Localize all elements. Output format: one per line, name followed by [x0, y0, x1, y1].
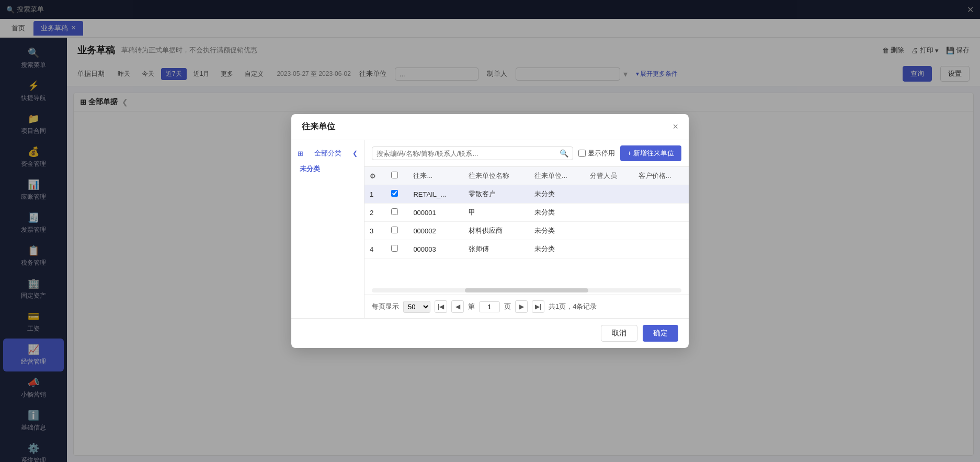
row-checkbox[interactable] — [386, 185, 408, 204]
row-code: 000003 — [408, 240, 463, 258]
table-row[interactable]: 3 000002 材料供应商 未分类 — [364, 222, 689, 240]
row-num: 4 — [364, 240, 386, 258]
row-price-tier — [633, 185, 689, 204]
row-num: 1 — [364, 185, 386, 204]
counterparty-table: ⚙ 往来... 往来单位名称 往来单位... 分管人员 客户价格... 1 — [364, 167, 689, 258]
modal-overlay: 往来单位 × ⊞ 全部分类 ❮ 未分类 — [0, 0, 980, 462]
page-input[interactable] — [479, 301, 500, 312]
confirm-btn[interactable]: 确定 — [643, 325, 678, 342]
row-name: 甲 — [463, 204, 529, 222]
table-panel: 🔍 显示停用 + 新增往来单位 ⚙ — [364, 140, 689, 318]
row-manager — [585, 185, 633, 204]
page-size-select[interactable]: 50 20 100 — [403, 301, 430, 313]
page-prev-btn[interactable]: ◀ — [451, 300, 464, 313]
row-category: 未分类 — [529, 204, 585, 222]
col-name: 往来单位名称 — [463, 167, 529, 185]
search-input-wrap: 🔍 — [372, 147, 573, 160]
row-manager — [585, 240, 633, 258]
dialog-counterparty: 往来单位 × ⊞ 全部分类 ❮ 未分类 — [291, 114, 689, 348]
col-code: 往来... — [408, 167, 463, 185]
total-text: 共1页，4条记录 — [549, 302, 597, 311]
row-num: 2 — [364, 204, 386, 222]
category-grid-icon: ⊞ — [298, 150, 303, 157]
row-category: 未分类 — [529, 222, 585, 240]
category-header[interactable]: ⊞ 全部分类 ❮ — [291, 145, 364, 161]
col-price-tier: 客户价格... — [633, 167, 689, 185]
row-code: RETAIL_... — [408, 185, 463, 204]
show-disabled-wrap: 显示停用 — [578, 149, 615, 158]
table-row[interactable]: 1 RETAIL_... 零散客户 未分类 — [364, 185, 689, 204]
row-category: 未分类 — [529, 185, 585, 204]
row-name: 材料供应商 — [463, 222, 529, 240]
horizontal-scrollbar[interactable] — [372, 288, 681, 292]
page-first-btn[interactable]: |◀ — [435, 300, 447, 313]
search-input[interactable] — [377, 150, 557, 157]
dialog-header: 往来单位 × — [291, 114, 689, 140]
row-category: 未分类 — [529, 240, 585, 258]
dialog-close-btn[interactable]: × — [673, 121, 678, 132]
row-price-tier — [633, 240, 689, 258]
row-manager — [585, 204, 633, 222]
row-code: 000001 — [408, 204, 463, 222]
row-checkbox[interactable] — [386, 240, 408, 258]
add-counterparty-btn[interactable]: + 新增往来单位 — [620, 145, 681, 161]
search-icon: 🔍 — [560, 149, 568, 157]
select-all-checkbox[interactable] — [391, 172, 398, 178]
scrollbar-thumb — [465, 288, 589, 292]
dialog-search-bar: 🔍 显示停用 + 新增往来单位 — [364, 140, 689, 167]
cancel-btn[interactable]: 取消 — [601, 325, 637, 342]
col-settings[interactable]: ⚙ — [364, 167, 386, 185]
row-code: 000002 — [408, 222, 463, 240]
col-category: 往来单位... — [529, 167, 585, 185]
table-row[interactable]: 4 000003 张师傅 未分类 — [364, 240, 689, 258]
row-name: 零散客户 — [463, 185, 529, 204]
row-price-tier — [633, 222, 689, 240]
table-row[interactable]: 2 000001 甲 未分类 — [364, 204, 689, 222]
row-price-tier — [633, 204, 689, 222]
row-checkbox[interactable] — [386, 222, 408, 240]
row-checkbox[interactable] — [386, 204, 408, 222]
show-disabled-checkbox[interactable] — [578, 150, 586, 157]
col-manager: 分管人员 — [585, 167, 633, 185]
dialog-footer: 取消 确定 — [291, 318, 689, 348]
dialog-body: ⊞ 全部分类 ❮ 未分类 🔍 显示停 — [291, 140, 689, 318]
dialog-title: 往来单位 — [302, 121, 335, 132]
row-num: 3 — [364, 222, 386, 240]
page-last-btn[interactable]: ▶| — [532, 300, 544, 313]
page-next-btn[interactable]: ▶ — [515, 300, 528, 313]
category-item-unclassified[interactable]: 未分类 — [291, 161, 364, 177]
pagination: 每页显示 50 20 100 |◀ ◀ 第 页 ▶ ▶| 共1页，4条记录 — [364, 295, 689, 318]
table-scroll-wrap: ⚙ 往来... 往来单位名称 往来单位... 分管人员 客户价格... 1 — [364, 167, 689, 286]
row-name: 张师傅 — [463, 240, 529, 258]
col-checkbox[interactable] — [386, 167, 408, 185]
row-manager — [585, 222, 633, 240]
category-panel: ⊞ 全部分类 ❮ 未分类 — [291, 140, 364, 318]
category-collapse-icon: ❮ — [352, 150, 358, 157]
